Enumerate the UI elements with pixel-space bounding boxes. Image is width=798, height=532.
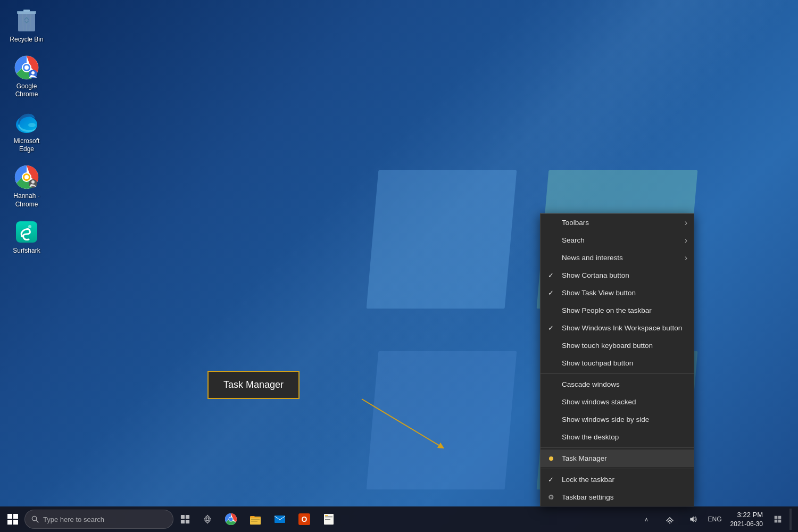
menu-item-cortana[interactable]: ✓Show Cortana button	[541, 267, 694, 284]
edge-image	[14, 110, 39, 135]
hannah-chrome-label: Hannah - Chrome	[8, 192, 45, 209]
svg-rect-54	[778, 520, 782, 523]
menu-item-people[interactable]: Show People on the taskbar	[541, 302, 694, 319]
search-taskbar-icon	[31, 516, 39, 523]
menu-item-search[interactable]: Search	[541, 231, 694, 249]
menu-item-taskmanager[interactable]: Task Manager	[541, 450, 694, 467]
system-clock[interactable]: 3:22 PM 2021-06-30	[726, 509, 767, 530]
menu-item-keyboard[interactable]: Show touch keyboard button	[541, 337, 694, 354]
menu-divider	[541, 469, 694, 469]
task-view-button[interactable]	[174, 509, 196, 530]
svg-text:O: O	[302, 515, 307, 523]
network-svg-icon	[666, 515, 674, 523]
surfshark-icon[interactable]: Surfshark	[5, 217, 48, 258]
svg-rect-27	[7, 520, 12, 525]
menu-item-ink[interactable]: ✓Show Windows Ink Workspace button	[541, 319, 694, 337]
svg-rect-33	[181, 520, 185, 523]
taskbar-mail-app[interactable]	[268, 508, 292, 531]
show-desktop-strip[interactable]	[789, 509, 792, 530]
taskbar-chrome-app[interactable]	[219, 508, 243, 531]
menu-item-label-taskmanager: Task Manager	[562, 454, 607, 462]
menu-item-locktaskbar[interactable]: ✓Lock the taskbar	[541, 471, 694, 488]
hannah-chrome-icon[interactable]: Hannah - Chrome	[5, 162, 48, 211]
svg-rect-26	[13, 514, 18, 519]
menu-item-label-toolbars: Toolbars	[562, 219, 589, 227]
menu-item-taskbarsettings[interactable]: ⚙Taskbar settings	[541, 488, 694, 506]
taskbar-search[interactable]: Type here to search	[24, 510, 173, 529]
google-chrome-icon[interactable]: Google Chrome	[5, 52, 48, 102]
notification-icon	[774, 516, 782, 523]
svg-rect-25	[7, 514, 12, 519]
taskbar-explorer-app[interactable]	[244, 508, 267, 531]
taskbar-right: ∧ ENG 3:22 PM 2021-06-30	[636, 509, 796, 530]
taskbar-chrome-icon	[225, 513, 237, 526]
taskbar-notes-app[interactable]	[317, 508, 340, 531]
menu-item-cascade[interactable]: Cascade windows	[541, 376, 694, 393]
hannah-chrome-image	[14, 164, 39, 190]
svg-rect-42	[275, 516, 285, 523]
menu-item-label-taskview: Show Task View button	[562, 289, 636, 297]
menu-item-label-cascade: Cascade windows	[562, 380, 620, 388]
svg-rect-52	[778, 516, 782, 519]
chrome-image	[14, 55, 39, 80]
svg-point-14	[28, 123, 36, 127]
svg-rect-51	[775, 516, 778, 519]
svg-point-22	[28, 225, 31, 228]
svg-rect-40	[251, 519, 260, 520]
notification-button[interactable]	[769, 509, 786, 530]
menu-item-news[interactable]: News and interests	[541, 249, 694, 267]
language-indicator[interactable]: ENG	[706, 514, 724, 524]
google-chrome-label: Google Chrome	[8, 82, 45, 99]
menu-item-label-taskbarsettings: Taskbar settings	[562, 493, 614, 501]
taskbar-office-app[interactable]: O	[293, 508, 316, 531]
menu-divider	[541, 447, 694, 448]
svg-point-20	[31, 180, 35, 184]
settings-taskbar-button[interactable]	[197, 509, 218, 530]
svg-rect-48	[325, 519, 330, 520]
settings-taskbar-icon	[203, 514, 212, 524]
menu-item-label-cortana: Show Cortana button	[562, 271, 629, 279]
svg-rect-49	[325, 515, 328, 516]
search-placeholder: Type here to search	[43, 516, 104, 523]
menu-item-label-ink: Show Windows Ink Workspace button	[562, 324, 682, 332]
context-menu: ToolbarsSearchNews and interests✓Show Co…	[540, 213, 694, 506]
recycle-bin-icon[interactable]: Recycle Bin	[5, 5, 48, 47]
taskbar-office-icon: O	[298, 513, 311, 526]
menu-item-sidebyside[interactable]: Show windows side by side	[541, 411, 694, 428]
taskbar-explorer-icon	[249, 513, 262, 526]
menu-item-label-search: Search	[562, 236, 585, 244]
svg-rect-46	[325, 516, 332, 517]
menu-item-stacked[interactable]: Show windows stacked	[541, 393, 694, 411]
svg-rect-5	[23, 10, 30, 12]
svg-rect-34	[186, 520, 189, 523]
menu-item-label-touchpad: Show touchpad button	[562, 359, 633, 367]
svg-point-10	[24, 65, 29, 70]
menu-item-label-stacked: Show windows stacked	[562, 398, 636, 406]
network-icon[interactable]	[659, 509, 680, 530]
menu-item-touchpad[interactable]: Show touchpad button	[541, 354, 694, 372]
menu-item-taskview[interactable]: ✓Show Task View button	[541, 284, 694, 302]
menu-item-desktop[interactable]: Show the desktop	[541, 428, 694, 446]
svg-line-30	[36, 520, 38, 522]
taskbar-mail-icon	[273, 513, 286, 526]
menu-item-toolbars[interactable]: Toolbars	[541, 214, 694, 231]
svg-point-12	[31, 71, 35, 74]
task-manager-tooltip-label: Task Manager	[223, 379, 284, 390]
volume-icon[interactable]	[683, 509, 704, 530]
taskbar-notes-icon	[322, 513, 335, 526]
svg-point-50	[669, 522, 670, 523]
start-button[interactable]	[2, 509, 23, 530]
surfshark-label: Surfshark	[13, 247, 40, 255]
menu-item-label-desktop: Show the desktop	[562, 433, 619, 441]
microsoft-edge-label: Microsoft Edge	[8, 137, 45, 154]
clock-date: 2021-06-30	[730, 520, 763, 529]
microsoft-edge-icon[interactable]: Microsoft Edge	[5, 107, 48, 156]
menu-item-label-locktaskbar: Lock the taskbar	[562, 476, 614, 484]
svg-point-18	[24, 175, 29, 179]
svg-point-38	[229, 518, 233, 521]
menu-item-label-news: News and interests	[562, 254, 623, 262]
system-tray-icons[interactable]: ∧	[636, 509, 657, 530]
clock-time: 3:22 PM	[730, 510, 763, 520]
svg-rect-31	[181, 515, 185, 519]
menu-divider	[541, 373, 694, 374]
